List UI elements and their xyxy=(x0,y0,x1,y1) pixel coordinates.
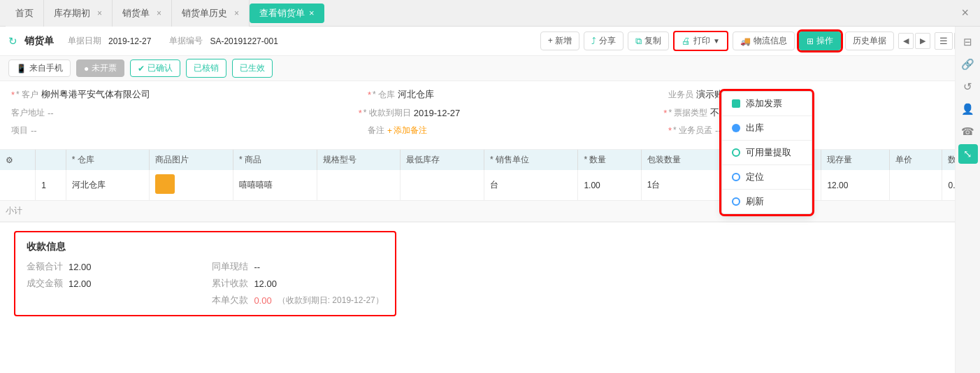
same-order-value: -- xyxy=(254,262,260,272)
subtotal-row: 小计 xyxy=(0,201,980,222)
history-button[interactable]: 历史单据 xyxy=(845,31,894,50)
notopen-icon: ● xyxy=(84,64,89,73)
share-button[interactable]: ⤴ 分享 xyxy=(584,31,624,50)
product-thumbnail xyxy=(155,174,175,194)
staff2-label: * 业务员孟 xyxy=(673,125,712,136)
owe-label: 本单欠款 xyxy=(212,294,248,307)
dropdown-locate[interactable]: 定位 xyxy=(722,165,812,189)
project-value: -- xyxy=(31,125,37,136)
cumulative-value: 12.00 xyxy=(254,279,277,289)
toolbar-actions: + 新增 ⤴ 分享 ⧉ 复制 🖨 打印 ▼ 🚚 物流信息 ⊞ 操作 xyxy=(540,31,972,51)
summary-grid: 金额合计 12.00 同单现结 -- 成交金额 12.00 累计收款 12.00 xyxy=(27,260,384,307)
tab-close-sales[interactable]: × xyxy=(157,8,161,18)
tab-inventory[interactable]: 库存期初 × xyxy=(44,0,113,27)
warehouse-field: * * 仓库 河北仓库 xyxy=(368,88,668,101)
ops-button[interactable]: ⊞ 操作 xyxy=(799,31,841,50)
check-icon: ✔ xyxy=(138,64,145,73)
tab-close-history[interactable]: × xyxy=(234,8,239,18)
same-order-label: 同单现结 xyxy=(212,260,248,273)
row-warehouse: 河北仓库 xyxy=(66,170,150,201)
ops-icon: ⊞ xyxy=(807,36,814,46)
col-price: 单价 xyxy=(890,150,942,170)
tab-close-inventory[interactable]: × xyxy=(97,8,102,18)
nav-arrows: ◀ ▶ xyxy=(898,33,930,49)
prev-arrow[interactable]: ◀ xyxy=(898,33,914,49)
staff2-field: * * 业务员孟 -- xyxy=(668,125,969,136)
list-view-btn[interactable]: ☰ xyxy=(935,32,953,50)
new-button[interactable]: + 新增 xyxy=(540,31,579,50)
add-note-button[interactable]: + 添加备注 xyxy=(387,125,427,136)
right-btn-4[interactable]: 👤 xyxy=(958,99,978,119)
project-label: 项目 xyxy=(11,125,28,136)
right-btn-3[interactable]: ↺ xyxy=(958,77,978,97)
row-spec xyxy=(317,170,401,201)
main-area: ↻ 销货单 单据日期 2019-12-27 单据编号 SA-20191227-0… xyxy=(0,27,980,373)
tab-sales[interactable]: 销货单 × xyxy=(113,0,172,27)
row-price xyxy=(890,170,942,201)
date-label: 单据日期 xyxy=(68,35,101,47)
copy-icon: ⧉ xyxy=(635,36,642,47)
warehouse-label: * 仓库 xyxy=(373,89,395,101)
dropdown-refresh[interactable]: 刷新 xyxy=(722,190,812,213)
staff-label: 业务员 xyxy=(668,89,693,101)
cumulative-row: 累计收款 12.00 xyxy=(212,277,383,290)
same-order-row: 同单现结 -- xyxy=(212,260,383,273)
row-unit: 台 xyxy=(484,170,578,201)
cumulative-label: 累计收款 xyxy=(212,277,248,290)
phone-button[interactable]: 📱 来自手机 xyxy=(8,59,71,77)
dropdown-add-invoice[interactable]: 添加发票 xyxy=(722,92,812,115)
project-field: 项目 -- xyxy=(11,125,312,136)
doc-title: 销货单 xyxy=(24,35,54,48)
owe-row: 本单欠款 0.00 （收款到期日: 2019-12-27） xyxy=(212,294,383,307)
confirmed-button[interactable]: ✔ 已确认 xyxy=(130,59,180,77)
tab-view-sales[interactable]: 查看销货单 × xyxy=(250,3,324,23)
share-icon: ⤴ xyxy=(591,36,596,46)
form-row-1: * * 客户 柳州粤港平安气体有限公司 * * 仓库 河北仓库 业务员 演示账号 xyxy=(11,88,969,101)
dropdown-outbound[interactable]: 出库 xyxy=(722,116,812,140)
customer-label: * 客户 xyxy=(16,89,38,101)
summary-section: 收款信息 金额合计 12.00 同单现结 -- 成交金额 12.00 累计收款 … xyxy=(0,223,980,325)
effect-button[interactable]: 已生效 xyxy=(232,59,273,78)
ticket-required: * xyxy=(663,108,667,118)
doc-icon: ↻ xyxy=(8,35,17,48)
warehouse-required: * xyxy=(368,90,371,100)
right-btn-2[interactable]: 🔗 xyxy=(958,55,978,74)
form-row-2: 客户地址 -- * * 收款到期日 2019-12-27 * * 票据类型 不开… xyxy=(11,106,969,119)
right-btn-1[interactable]: ⊟ xyxy=(958,32,978,52)
invoice-icon xyxy=(732,99,740,108)
address-field: 客户地址 -- xyxy=(11,107,317,119)
docno-label: 单据编号 xyxy=(169,35,203,47)
customer-required: * xyxy=(11,90,15,100)
payment-date-field: * * 收款到期日 2019-12-27 xyxy=(359,107,664,119)
row-qty: 1.00 xyxy=(578,170,641,201)
logistics-button[interactable]: 🚚 物流信息 xyxy=(733,31,795,50)
sold-button[interactable]: 已核销 xyxy=(186,59,226,78)
note-label: 备注 xyxy=(368,125,384,136)
add-note-icon: + xyxy=(387,126,392,136)
dropdown-avail-extract[interactable]: 可用量提取 xyxy=(722,141,812,164)
right-btn-5[interactable]: ☎ xyxy=(958,122,978,141)
print-button[interactable]: 🖨 打印 ▼ xyxy=(673,31,728,51)
product-table: ⚙ * 仓库 商品图片 * 商品 规格型号 最低库存 * 销售单位 * 数量 包… xyxy=(0,150,980,223)
col-pack-qty: 包装数量 xyxy=(641,150,725,170)
tab-close-view[interactable]: × xyxy=(309,8,315,18)
copy-button[interactable]: ⧉ 复制 xyxy=(628,31,669,50)
tab-bar: 首页 库存期初 × 销货单 × 销货单历史 × 查看销货单 × × xyxy=(0,0,980,27)
row-index: 1 xyxy=(36,170,66,201)
notopen-button[interactable]: ● 未开票 xyxy=(76,59,124,77)
window-close-button[interactable]: × xyxy=(956,6,974,20)
total-value: 12.00 xyxy=(69,262,92,272)
locate-icon xyxy=(732,173,740,181)
toolbar-row1: ↻ 销货单 单据日期 2019-12-27 单据编号 SA-20191227-0… xyxy=(0,27,980,56)
tab-home[interactable]: 首页 xyxy=(6,0,44,27)
tab-sales-history[interactable]: 销货单历史 × xyxy=(172,0,250,27)
col-img: 商品图片 xyxy=(150,150,233,170)
transaction-label: 成交金额 xyxy=(27,277,63,290)
total-label: 金额合计 xyxy=(27,260,63,273)
next-arrow[interactable]: ▶ xyxy=(915,33,930,49)
table-row: 1 河北仓库 嘻嘻嘻嘻 台 1.00 1台 12.00 0. xyxy=(0,170,980,201)
col-index xyxy=(36,150,66,170)
col-spec: 规格型号 xyxy=(317,150,401,170)
col-min-stock: 最低库存 xyxy=(401,150,484,170)
right-btn-6[interactable]: ⤡ xyxy=(958,144,978,164)
